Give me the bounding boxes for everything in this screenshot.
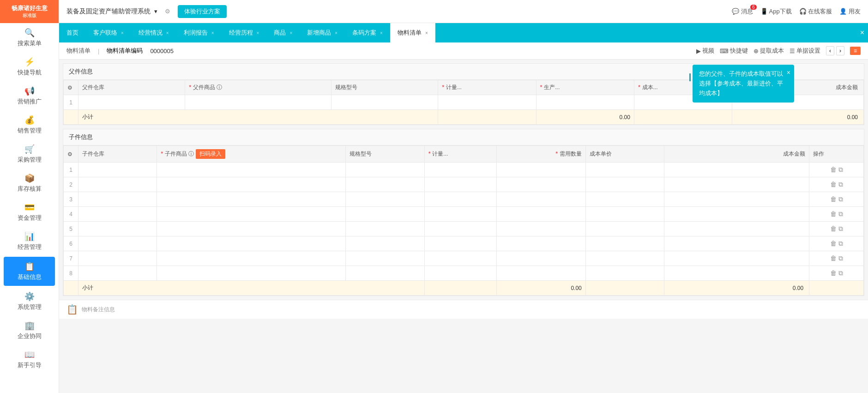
child-warehouse-cell[interactable] bbox=[78, 177, 157, 192]
child-amount-cell[interactable] bbox=[664, 222, 809, 236]
child-quantity-cell[interactable] bbox=[496, 192, 585, 207]
child-quantity-cell[interactable] bbox=[496, 177, 585, 192]
child-unit-cost-cell[interactable] bbox=[585, 163, 664, 177]
sidebar-item-quicknav[interactable]: ⚡ 快捷导航 bbox=[0, 52, 59, 81]
app-download[interactable]: 📱 App下载 bbox=[760, 7, 792, 16]
tab-new-goods[interactable]: 新增商品 × bbox=[300, 23, 345, 42]
sidebar-item-sales[interactable]: 💰 销售管理 bbox=[0, 110, 59, 139]
sidebar-item-operations[interactable]: 📊 经营管理 bbox=[0, 227, 59, 256]
copy-icon[interactable]: ⧉ bbox=[838, 210, 843, 218]
child-goods-cell[interactable] bbox=[157, 177, 346, 192]
tab-home[interactable]: 首页 bbox=[59, 23, 86, 42]
child-spec-cell[interactable] bbox=[346, 207, 424, 222]
parent-production-cell[interactable] bbox=[536, 95, 634, 110]
message-badge[interactable]: 💬 消息 6 bbox=[732, 7, 753, 16]
delete-icon[interactable]: 🗑 bbox=[830, 210, 837, 218]
child-col-settings[interactable]: ⚙ bbox=[64, 146, 78, 163]
child-spec-cell[interactable] bbox=[346, 236, 424, 251]
child-goods-cell[interactable] bbox=[157, 236, 346, 251]
tab-close-operations[interactable]: × bbox=[166, 30, 169, 36]
delete-icon[interactable]: 🗑 bbox=[830, 225, 837, 233]
child-unit-cost-cell[interactable] bbox=[585, 236, 664, 251]
child-unit-cost-cell[interactable] bbox=[585, 207, 664, 222]
child-amount-cell[interactable] bbox=[664, 177, 809, 192]
sidebar-item-finance[interactable]: 💳 资金管理 bbox=[0, 198, 59, 227]
child-measure-cell[interactable] bbox=[424, 222, 496, 236]
sidebar-item-guide[interactable]: 📖 新手引导 bbox=[0, 345, 59, 374]
grid-view-btn[interactable]: ≡ bbox=[850, 47, 861, 55]
extract-cost-action[interactable]: ⊕ 提取成本 bbox=[753, 47, 784, 55]
tab-close-bom[interactable]: × bbox=[425, 30, 428, 36]
child-quantity-cell[interactable] bbox=[496, 266, 585, 281]
child-warehouse-cell[interactable] bbox=[78, 163, 157, 177]
child-amount-cell[interactable] bbox=[664, 266, 809, 281]
child-goods-cell[interactable] bbox=[157, 222, 346, 236]
delete-icon[interactable]: 🗑 bbox=[830, 166, 837, 174]
copy-icon[interactable]: ⧉ bbox=[838, 181, 843, 188]
sidebar-item-basic[interactable]: 📋 基础信息 bbox=[4, 257, 55, 286]
tab-close-barcode[interactable]: × bbox=[380, 30, 383, 36]
scan-input-btn[interactable]: 扫码录入 bbox=[196, 149, 225, 159]
delete-icon[interactable]: 🗑 bbox=[830, 240, 837, 248]
child-measure-cell[interactable] bbox=[424, 251, 496, 266]
child-spec-cell[interactable] bbox=[346, 177, 424, 192]
child-warehouse-cell[interactable] bbox=[78, 192, 157, 207]
parent-col-settings[interactable]: ⚙ bbox=[64, 80, 78, 95]
parent-warehouse-cell[interactable] bbox=[78, 95, 185, 110]
child-warehouse-cell[interactable] bbox=[78, 251, 157, 266]
child-unit-cost-cell[interactable] bbox=[585, 251, 664, 266]
copy-icon[interactable]: ⧉ bbox=[838, 254, 843, 262]
child-measure-cell[interactable] bbox=[424, 236, 496, 251]
online-service[interactable]: 🎧 在线客服 bbox=[799, 7, 832, 16]
view-action[interactable]: ▶ 视频 bbox=[696, 47, 714, 55]
experience-btn[interactable]: 体验行业方案 bbox=[178, 5, 227, 18]
child-quantity-cell[interactable] bbox=[496, 163, 585, 177]
child-quantity-cell[interactable] bbox=[496, 251, 585, 266]
delete-icon[interactable]: 🗑 bbox=[830, 254, 837, 262]
tab-barcode[interactable]: 条码方案 × bbox=[345, 23, 390, 42]
close-all-tabs[interactable]: × bbox=[856, 29, 868, 37]
child-warehouse-cell[interactable] bbox=[78, 207, 157, 222]
tab-close-new-goods[interactable]: × bbox=[335, 30, 338, 36]
child-amount-cell[interactable] bbox=[664, 163, 809, 177]
child-amount-cell[interactable] bbox=[664, 236, 809, 251]
child-unit-cost-cell[interactable] bbox=[585, 192, 664, 207]
child-unit-cost-cell[interactable] bbox=[585, 222, 664, 236]
settings-icon[interactable]: ⚙ bbox=[165, 8, 170, 15]
sidebar-item-enterprise[interactable]: 🏢 企业协同 bbox=[0, 316, 59, 345]
system-dropdown[interactable]: ▾ bbox=[154, 8, 157, 15]
copy-icon[interactable]: ⧉ bbox=[838, 225, 843, 233]
parent-measure-cell[interactable] bbox=[438, 95, 536, 110]
child-amount-cell[interactable] bbox=[664, 192, 809, 207]
child-goods-cell[interactable] bbox=[157, 163, 346, 177]
child-unit-cost-cell[interactable] bbox=[585, 177, 664, 192]
tab-close-customers[interactable]: × bbox=[121, 30, 124, 36]
sidebar-item-search[interactable]: 🔍 搜索菜单 bbox=[0, 23, 59, 52]
child-spec-cell[interactable] bbox=[346, 222, 424, 236]
user-avatar[interactable]: 👤 用友 bbox=[839, 7, 861, 16]
tab-profit[interactable]: 利润报告 × bbox=[176, 23, 222, 42]
child-quantity-cell[interactable] bbox=[496, 207, 585, 222]
child-measure-cell[interactable] bbox=[424, 177, 496, 192]
child-goods-cell[interactable] bbox=[157, 251, 346, 266]
delete-icon[interactable]: 🗑 bbox=[830, 195, 837, 203]
child-quantity-cell[interactable] bbox=[496, 222, 585, 236]
sidebar-item-system[interactable]: ⚙️ 系统管理 bbox=[0, 287, 59, 316]
shortcut-action[interactable]: ⌨ 快捷键 bbox=[720, 47, 748, 55]
tab-bom[interactable]: 物料清单 × bbox=[390, 23, 435, 42]
child-amount-cell[interactable] bbox=[664, 207, 809, 222]
next-page-btn[interactable]: › bbox=[836, 46, 844, 55]
child-spec-cell[interactable] bbox=[346, 163, 424, 177]
tooltip-close-btn[interactable]: × bbox=[787, 67, 790, 78]
sidebar-item-marketing[interactable]: 📢 营销推广 bbox=[0, 81, 59, 110]
child-spec-cell[interactable] bbox=[346, 251, 424, 266]
child-warehouse-cell[interactable] bbox=[78, 222, 157, 236]
child-spec-cell[interactable] bbox=[346, 192, 424, 207]
tab-goods[interactable]: 商品 × bbox=[266, 23, 300, 42]
child-measure-cell[interactable] bbox=[424, 192, 496, 207]
prev-page-btn[interactable]: ‹ bbox=[826, 46, 834, 55]
child-amount-cell[interactable] bbox=[664, 251, 809, 266]
tab-operations[interactable]: 经营情况 × bbox=[131, 23, 176, 42]
child-measure-cell[interactable] bbox=[424, 207, 496, 222]
tab-close-goods[interactable]: × bbox=[289, 30, 292, 36]
